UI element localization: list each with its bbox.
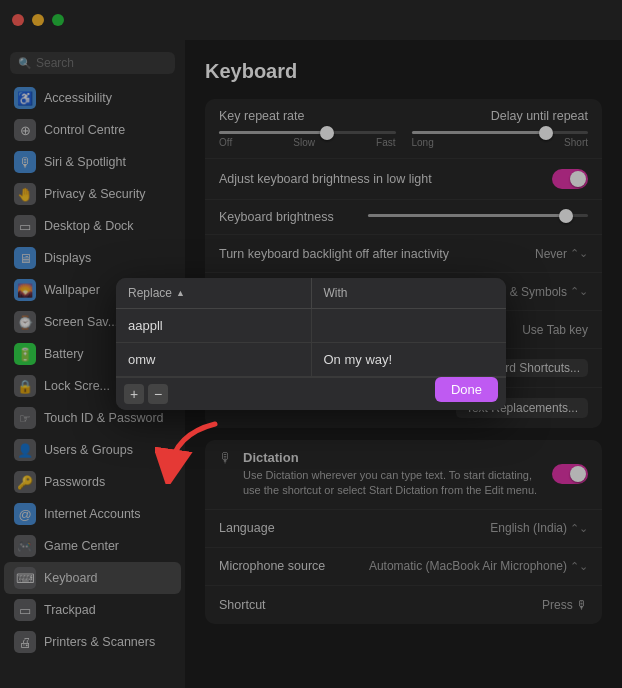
- arrow-indicator: [155, 414, 225, 488]
- add-replacement-button[interactable]: +: [124, 384, 144, 404]
- popup-done-button[interactable]: Done: [435, 377, 498, 402]
- table-row: omw On my way!: [116, 343, 506, 377]
- remove-replacement-button[interactable]: −: [148, 384, 168, 404]
- replace-cell-2: omw: [116, 343, 312, 376]
- with-cell-1: [312, 309, 507, 342]
- with-header-cell: With: [312, 278, 507, 308]
- table-row: aappll: [116, 309, 506, 343]
- replace-header-cell: Replace ▲: [116, 278, 312, 308]
- replace-header-label: Replace: [128, 286, 172, 300]
- popup-overlay: Replace ▲ With aappll omw On my way! + −…: [0, 0, 622, 688]
- with-header-label: With: [324, 286, 348, 300]
- sort-icon[interactable]: ▲: [176, 288, 185, 298]
- text-replacement-popup: Replace ▲ With aappll omw On my way! + −…: [116, 278, 506, 410]
- popup-header: Replace ▲ With: [116, 278, 506, 309]
- with-cell-2: On my way!: [312, 343, 507, 376]
- replace-cell-1: aappll: [116, 309, 312, 342]
